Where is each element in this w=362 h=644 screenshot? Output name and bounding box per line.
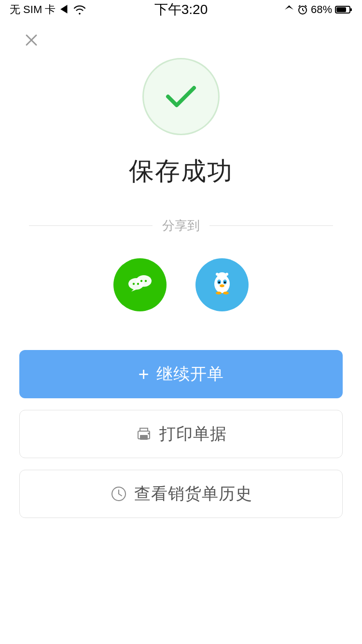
plus-icon: + [138, 364, 149, 385]
svg-rect-28 [140, 435, 148, 440]
svg-point-22 [216, 292, 222, 294]
share-icons-row [113, 258, 249, 311]
continue-order-button[interactable]: + 继续开单 [19, 350, 343, 398]
close-button[interactable] [19, 28, 43, 52]
svg-line-4 [305, 5, 306, 7]
location-icon [284, 4, 294, 15]
svg-rect-6 [336, 7, 346, 12]
print-icon [135, 425, 153, 443]
success-icon-circle [142, 58, 220, 135]
svg-point-20 [224, 281, 226, 283]
print-button[interactable]: 打印单据 [19, 410, 343, 458]
status-bar: 无 SIM 卡 ◀ 下午3:20 68% [0, 0, 362, 19]
wifi-icon [73, 4, 86, 15]
wechat-share-button[interactable] [113, 258, 167, 311]
divider-line-right [209, 225, 333, 226]
qq-share-button[interactable] [195, 258, 249, 311]
svg-point-29 [148, 433, 150, 434]
svg-point-21 [220, 284, 224, 287]
continue-order-label: 继续开单 [156, 363, 224, 385]
svg-point-11 [136, 275, 152, 287]
divider-line-left [29, 225, 153, 226]
status-right: 68% [284, 3, 352, 16]
main-content: 保存成功 分享到 [0, 19, 362, 518]
view-history-button[interactable]: 查看销货单历史 [19, 470, 343, 518]
history-icon [110, 485, 127, 503]
success-title: 保存成功 [129, 154, 233, 188]
status-time: 下午3:20 [154, 0, 208, 19]
svg-line-2 [303, 10, 304, 11]
svg-rect-7 [350, 8, 352, 11]
svg-point-26 [225, 273, 228, 276]
svg-point-14 [140, 280, 142, 281]
svg-point-19 [218, 281, 220, 283]
svg-line-32 [119, 494, 122, 496]
print-label: 打印单据 [159, 423, 227, 445]
svg-point-15 [144, 280, 146, 281]
action-buttons: + 继续开单 打印单据 查看销货单历史 [0, 350, 362, 518]
svg-point-24 [217, 272, 227, 280]
svg-point-23 [223, 292, 229, 294]
status-left: 无 SIM 卡 ◀ [10, 2, 86, 17]
svg-point-12 [132, 282, 134, 284]
svg-line-3 [299, 5, 300, 7]
share-label: 分享到 [153, 217, 209, 234]
view-history-label: 查看销货单历史 [134, 483, 252, 505]
share-divider: 分享到 [0, 217, 362, 234]
svg-point-13 [137, 282, 139, 284]
no-sim-text: 无 SIM 卡 ◀ [10, 2, 69, 17]
alarm-icon [297, 4, 308, 15]
battery-icon [335, 5, 352, 14]
battery-text: 68% [311, 3, 332, 16]
svg-point-25 [216, 273, 219, 276]
